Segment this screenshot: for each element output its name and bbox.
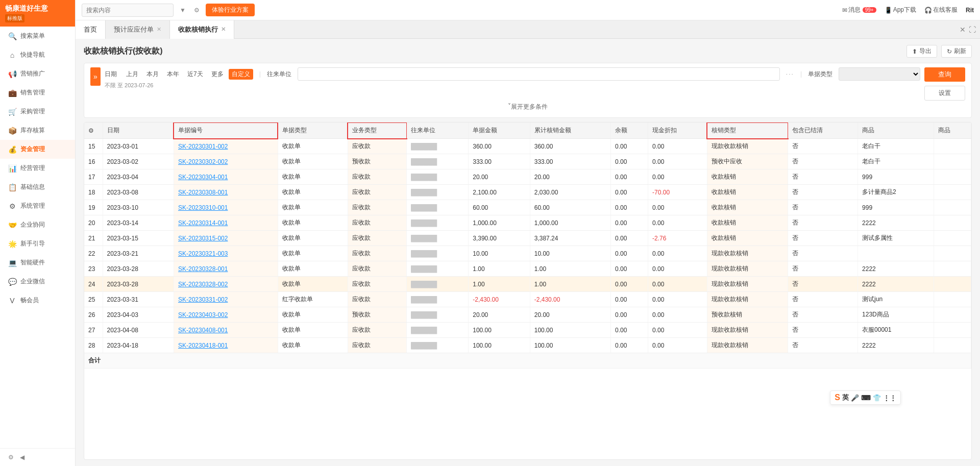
sidebar-item-system[interactable]: ⚙ 系统管理 <box>0 197 75 215</box>
th-product[interactable]: 商品 <box>858 122 934 139</box>
table-row[interactable]: 24 2023-03-28 SK-20230328-002 收款单 应收款 ██… <box>84 277 971 292</box>
topbar-settings-icon[interactable]: ⚙ <box>192 5 202 16</box>
doc-no-link[interactable]: SK-20230310-001 <box>178 204 228 211</box>
headset-icon: 🎧 <box>924 7 932 14</box>
table-row[interactable]: 25 2023-03-31 SK-20230331-002 红字收款单 应收款 … <box>84 292 971 307</box>
tabs-actions: ✕ ⛶ <box>960 26 980 34</box>
sidebar-item-marketing[interactable]: 📢 营销推广 <box>0 64 75 83</box>
doc-no-link[interactable]: SK-20230321-003 <box>178 250 228 257</box>
date-btn-last-month[interactable]: 上月 <box>123 69 141 80</box>
doc-no-link[interactable]: SK-20230408-001 <box>178 327 228 334</box>
sidebar-item-basic[interactable]: 📋 基础信息 <box>0 178 75 197</box>
cell-accum-amount: 20.00 <box>530 169 610 185</box>
app-download-item[interactable]: 📱 App下载 <box>885 6 916 14</box>
keyboard-icon[interactable]: ⌨ <box>861 394 871 402</box>
tab-close-all-icon[interactable]: ✕ <box>960 26 966 34</box>
query-button[interactable]: 查询 <box>924 67 965 82</box>
sidebar-item-nav[interactable]: ⌂ 快捷导航 <box>0 45 75 64</box>
sidebar-item-search[interactable]: 🔍 搜索菜单 <box>0 27 75 45</box>
sidebar-item-enterprise[interactable]: 🤝 企业协同 <box>0 215 75 234</box>
cell-date: 2023-04-03 <box>103 307 174 323</box>
th-accum-amount[interactable]: 累计核销金额 <box>530 122 610 139</box>
th-date[interactable]: 日期 <box>103 122 174 139</box>
date-btn-this-month[interactable]: 本月 <box>143 69 162 80</box>
message-item[interactable]: ✉ 消息 99+ <box>842 6 876 14</box>
doc-no-link[interactable]: SK-20230331-002 <box>178 296 228 303</box>
cell-cash-discount: 0.00 <box>648 139 707 154</box>
date-btn-custom[interactable]: 自定义 <box>229 69 253 80</box>
sidebar-item-wechat[interactable]: 💬 企业微信 <box>0 272 75 291</box>
th-partner[interactable]: 往来单位 <box>407 122 469 139</box>
date-btn-more[interactable]: 更多 <box>208 69 227 80</box>
dropdown-icon[interactable]: ▼ <box>178 5 188 16</box>
mic-icon[interactable]: 🎤 <box>851 394 859 402</box>
table-row[interactable]: 19 2023-03-10 SK-20230310-001 收款单 应收款 ██… <box>84 200 971 215</box>
shirt-icon[interactable]: 👕 <box>873 394 881 402</box>
filter-collapse-btn[interactable]: » <box>90 67 101 86</box>
sidebar-item-finance[interactable]: 💰 资金管理 <box>0 140 75 159</box>
tab-home[interactable]: 首页 <box>76 20 106 39</box>
cell-doc-type: 收款单 <box>278 338 348 353</box>
th-biz-type[interactable]: 业务类型 <box>348 122 407 139</box>
table-row[interactable]: 17 2023-03-04 SK-20230304-001 收款单 应收款 ██… <box>84 169 971 185</box>
search-input[interactable] <box>82 4 174 17</box>
doc-no-link[interactable]: SK-20230328-002 <box>178 281 228 288</box>
th-include-settled[interactable]: 包含已结清 <box>788 122 858 139</box>
th-verify-type[interactable]: 核销类型 <box>707 122 788 139</box>
receipt-type-select[interactable] <box>839 67 920 81</box>
th-doc-no[interactable]: 单据编号 <box>174 122 278 139</box>
table-row[interactable]: 23 2023-03-28 SK-20230328-001 收款单 应收款 ██… <box>84 261 971 277</box>
th-doc-type[interactable]: 单据类型 <box>278 122 348 139</box>
tab-receipt-exec[interactable]: 收款核销执行 ✕ <box>170 20 234 39</box>
online-service-item[interactable]: 🎧 在线客服 <box>924 6 958 14</box>
table-row[interactable]: 21 2023-03-15 SK-20230315-002 收款单 应收款 ██… <box>84 231 971 246</box>
tab-bar: 首页 预计应应付单 ✕ 收款核销执行 ✕ ✕ ⛶ <box>76 20 980 39</box>
table-row[interactable]: 15 2023-03-01 SK-20230301-002 收款单 应收款 ██… <box>84 139 971 154</box>
table-row[interactable]: 16 2023-03-02 SK-20230302-002 收款单 预收款 ██… <box>84 154 971 169</box>
th-cash-discount[interactable]: 现金折扣 <box>648 122 707 139</box>
date-btn-this-year[interactable]: 本年 <box>164 69 182 80</box>
date-btn-7days[interactable]: 近7天 <box>184 69 206 80</box>
settings-icon[interactable]: ⚙ <box>8 454 14 461</box>
doc-no-link[interactable]: SK-20230302-002 <box>178 158 228 165</box>
doc-no-link[interactable]: SK-20230315-002 <box>178 235 228 242</box>
tab-receivable-close[interactable]: ✕ <box>157 26 161 33</box>
doc-no-link[interactable]: SK-20230403-002 <box>178 311 228 318</box>
table-row[interactable]: 20 2023-03-14 SK-20230314-001 收款单 应收款 ██… <box>84 215 971 231</box>
table-row[interactable]: 28 2023-04-18 SK-20230418-001 收款单 应收款 ██… <box>84 338 971 353</box>
solution-button[interactable]: 体验行业方案 <box>206 4 255 16</box>
export-button[interactable]: ⬆ 导出 <box>906 45 937 58</box>
doc-no-link[interactable]: SK-20230304-001 <box>178 174 228 181</box>
sidebar-item-inventory[interactable]: 📦 库存核算 <box>0 121 75 140</box>
table-row[interactable]: 26 2023-04-03 SK-20230403-002 收款单 预收款 ██… <box>84 307 971 323</box>
sidebar-item-guide[interactable]: 🌟 新手引导 <box>0 234 75 253</box>
sidebar-item-business[interactable]: 📊 经营管理 <box>0 159 75 178</box>
tab-receipt-exec-close[interactable]: ✕ <box>221 26 226 33</box>
cell-partner: ██████ <box>407 246 469 261</box>
table-row[interactable]: 27 2023-04-08 SK-20230408-001 收款单 应收款 ██… <box>84 323 971 338</box>
user-name[interactable]: Rit <box>966 7 974 14</box>
th-doc-amount[interactable]: 单据金额 <box>469 122 530 139</box>
sidebar-item-purchase[interactable]: 🛒 采购管理 <box>0 102 75 121</box>
grid-icon[interactable]: ⋮⋮ <box>883 394 896 402</box>
settings-button[interactable]: 设置 <box>924 86 965 101</box>
th-product2[interactable]: 商品 <box>934 122 971 139</box>
doc-no-link[interactable]: SK-20230301-002 <box>178 143 228 150</box>
partner-input[interactable] <box>298 67 780 81</box>
doc-no-link[interactable]: SK-20230314-001 <box>178 219 228 227</box>
cell-verify-type: 收款核销 <box>707 185 788 200</box>
doc-no-link[interactable]: SK-20230308-001 <box>178 189 228 196</box>
table-row[interactable]: 22 2023-03-21 SK-20230321-003 收款单 应收款 ██… <box>84 246 971 261</box>
tab-receivable[interactable]: 预计应应付单 ✕ <box>106 20 170 39</box>
sidebar-item-hardware[interactable]: 💻 智能硬件 <box>0 253 75 272</box>
sidebar-item-member[interactable]: V 畅会员 <box>0 291 75 310</box>
expand-row[interactable]: ˅ 展开更多条件 <box>90 101 965 113</box>
doc-no-link[interactable]: SK-20230418-001 <box>178 342 228 349</box>
tab-expand-icon[interactable]: ⛶ <box>969 26 976 34</box>
collapse-icon[interactable]: ◀ <box>20 454 24 461</box>
sidebar-item-sales[interactable]: 💼 销售管理 <box>0 83 75 102</box>
refresh-button[interactable]: ↻ 刷新 <box>941 45 972 58</box>
table-row[interactable]: 18 2023-03-08 SK-20230308-001 收款单 应收款 ██… <box>84 185 971 200</box>
doc-no-link[interactable]: SK-20230328-001 <box>178 265 228 273</box>
th-balance[interactable]: 余额 <box>611 122 648 139</box>
